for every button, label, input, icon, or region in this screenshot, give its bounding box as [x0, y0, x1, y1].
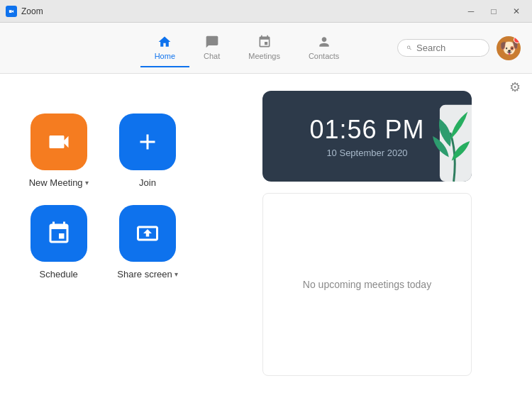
new-meeting-label: New Meeting ▾	[29, 177, 89, 188]
search-icon	[406, 43, 412, 52]
clock-date: 10 September 2020	[326, 148, 407, 158]
tab-meetings[interactable]: Meetings	[234, 29, 294, 67]
join-action[interactable]: Join	[117, 114, 177, 188]
app-title: Zoom	[21, 6, 43, 16]
schedule-button[interactable]	[31, 205, 87, 262]
avatar-badge	[514, 36, 521, 43]
app-icon	[6, 6, 17, 17]
avatar[interactable]: 🐶	[497, 36, 521, 60]
new-meeting-button[interactable]	[31, 114, 87, 170]
action-grid: New Meeting ▾ Join	[28, 114, 178, 279]
right-panel: 01:56 PM 10 September 2020 No upcoming m…	[262, 85, 532, 382]
nav-bar: Home Chat Meetings Contact	[0, 23, 532, 74]
app-window: Home Chat Meetings Contact	[0, 23, 532, 393]
join-label: Join	[139, 177, 156, 188]
left-panel: New Meeting ▾ Join	[0, 85, 262, 382]
meetings-area: No upcoming meetings today	[262, 193, 472, 376]
tab-home[interactable]: Home	[140, 29, 189, 67]
new-meeting-action[interactable]: New Meeting ▾	[28, 114, 89, 188]
clock-time: 01:56 PM	[309, 115, 424, 145]
minimize-button[interactable]: ─	[461, 4, 481, 18]
title-bar: Zoom ─ □ ✕	[0, 0, 532, 23]
schedule-label: Schedule	[40, 269, 78, 279]
tab-contacts[interactable]: Contacts	[294, 29, 353, 67]
share-screen-action[interactable]: Share screen ▾	[117, 205, 177, 279]
no-meetings-text: No upcoming meetings today	[303, 279, 431, 290]
maximize-button[interactable]: □	[484, 4, 504, 18]
search-box[interactable]	[397, 39, 489, 57]
share-screen-button[interactable]	[119, 205, 176, 262]
clock-card: 01:56 PM 10 September 2020	[262, 91, 472, 182]
search-input[interactable]	[416, 43, 480, 53]
tab-chat[interactable]: Chat	[189, 29, 234, 67]
schedule-action[interactable]: Schedule	[28, 205, 89, 279]
share-screen-label: Share screen ▾	[117, 269, 177, 279]
close-button[interactable]: ✕	[506, 4, 526, 18]
content-area: ⚙ New Meeting ▾	[0, 74, 532, 393]
join-button[interactable]	[119, 114, 176, 170]
settings-button[interactable]: ⚙	[506, 77, 523, 98]
